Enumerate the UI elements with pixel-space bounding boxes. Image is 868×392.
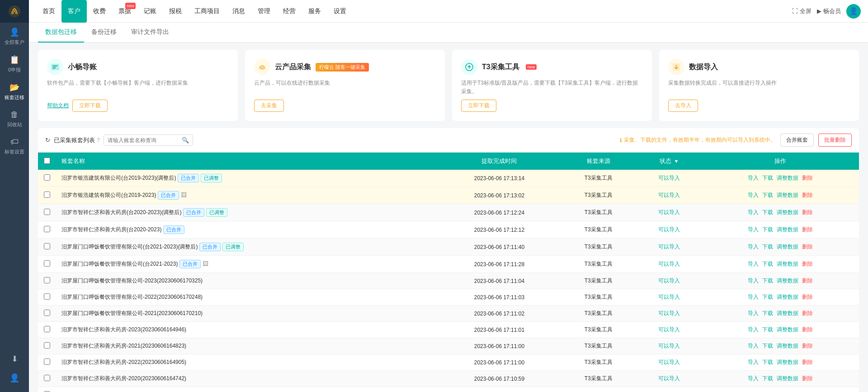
- nav-customer[interactable]: 客户: [61, 0, 87, 23]
- action-删除[interactable]: 删除: [802, 310, 813, 316]
- refresh-icon[interactable]: ↻: [45, 137, 50, 143]
- nav-tax[interactable]: 报税: [163, 0, 188, 23]
- row-checkbox[interactable]: [44, 359, 50, 365]
- nav-ops[interactable]: 经营: [277, 0, 302, 23]
- tab-data-migration[interactable]: 数据包迁移: [38, 23, 84, 43]
- go-import-button[interactable]: 去导入: [668, 100, 698, 112]
- nav-service[interactable]: 服务: [302, 0, 327, 23]
- action-调整数据[interactable]: 调整数据: [777, 359, 798, 365]
- nav-manage[interactable]: 管理: [251, 0, 277, 23]
- tab-backup-migration[interactable]: 备份迁移: [84, 23, 124, 43]
- sidebar-item-tag-settings[interactable]: 🏷 标签设置: [0, 133, 29, 160]
- action-下载[interactable]: 下载: [762, 326, 773, 333]
- nav-biz[interactable]: 工商项目: [188, 0, 226, 23]
- action-导入[interactable]: 导入: [748, 359, 759, 365]
- action-删除[interactable]: 删除: [802, 192, 813, 198]
- t3-download-button[interactable]: 立即下载: [461, 100, 496, 112]
- nav-invoice[interactable]: 票据 new: [112, 0, 137, 23]
- action-导入[interactable]: 导入: [748, 244, 759, 250]
- sidebar-item-all-clients[interactable]: 👤 全部客户: [0, 23, 29, 50]
- action-删除[interactable]: 删除: [802, 326, 813, 333]
- action-调整数据[interactable]: 调整数据: [777, 343, 798, 349]
- action-删除[interactable]: 删除: [802, 175, 813, 181]
- action-调整数据[interactable]: 调整数据: [777, 244, 798, 250]
- action-下载[interactable]: 下载: [762, 261, 773, 267]
- action-删除[interactable]: 删除: [802, 226, 813, 233]
- action-下载[interactable]: 下载: [762, 226, 773, 233]
- action-调整数据[interactable]: 调整数据: [777, 226, 798, 233]
- vip-button[interactable]: ▶ 畅会员: [817, 7, 841, 15]
- action-导入[interactable]: 导入: [748, 326, 759, 333]
- sidebar-item-download[interactable]: ⬇: [0, 349, 29, 368]
- nav-fee[interactable]: 收费: [87, 0, 112, 23]
- row-checkbox[interactable]: [44, 226, 50, 232]
- action-调整数据[interactable]: 调整数据: [777, 175, 798, 181]
- action-调整数据[interactable]: 调整数据: [777, 192, 798, 198]
- action-调整数据[interactable]: 调整数据: [777, 277, 798, 284]
- search-icon[interactable]: 🔍: [182, 137, 189, 143]
- row-checkbox[interactable]: [44, 191, 50, 198]
- go-collect-button[interactable]: 去采集: [254, 100, 284, 112]
- row-checkbox[interactable]: [44, 260, 50, 267]
- row-checkbox[interactable]: [44, 277, 50, 283]
- action-调整数据[interactable]: 调整数据: [777, 326, 798, 333]
- action-调整数据[interactable]: 调整数据: [777, 294, 798, 300]
- help-icon[interactable]: ?: [97, 137, 100, 143]
- sidebar-item-recycle[interactable]: 🗑 回收站: [0, 105, 29, 133]
- action-下载[interactable]: 下载: [762, 375, 773, 382]
- action-导入[interactable]: 导入: [748, 175, 759, 181]
- action-下载[interactable]: 下载: [762, 343, 773, 349]
- action-下载[interactable]: 下载: [762, 192, 773, 198]
- action-调整数据[interactable]: 调整数据: [777, 209, 798, 215]
- action-下载[interactable]: 下载: [762, 244, 773, 250]
- action-导入[interactable]: 导入: [748, 343, 759, 349]
- action-删除[interactable]: 删除: [802, 343, 813, 349]
- action-导入[interactable]: 导入: [748, 277, 759, 284]
- action-导入[interactable]: 导入: [748, 294, 759, 300]
- action-删除[interactable]: 删除: [802, 209, 813, 215]
- action-删除[interactable]: 删除: [802, 375, 813, 382]
- action-导入[interactable]: 导入: [748, 375, 759, 382]
- action-导入[interactable]: 导入: [748, 310, 759, 316]
- action-删除[interactable]: 删除: [802, 261, 813, 267]
- select-all-checkbox[interactable]: [44, 158, 50, 164]
- action-导入[interactable]: 导入: [748, 209, 759, 215]
- action-调整数据[interactable]: 调整数据: [777, 261, 798, 267]
- sidebar-item-account-transfer[interactable]: 📂 账套迁移: [0, 78, 29, 105]
- action-导入[interactable]: 导入: [748, 226, 759, 233]
- action-删除[interactable]: 删除: [802, 244, 813, 250]
- download-now-button[interactable]: 立即下载: [72, 100, 108, 112]
- tab-audit-export[interactable]: 审计文件导出: [124, 23, 176, 43]
- help-doc-link[interactable]: 帮助文档: [47, 102, 69, 110]
- action-下载[interactable]: 下载: [762, 277, 773, 284]
- status-filter-icon[interactable]: ▼: [674, 158, 679, 164]
- action-下载[interactable]: 下载: [762, 175, 773, 181]
- action-下载[interactable]: 下载: [762, 310, 773, 316]
- action-下载[interactable]: 下载: [762, 209, 773, 215]
- row-checkbox[interactable]: [44, 326, 50, 332]
- action-调整数据[interactable]: 调整数据: [777, 310, 798, 316]
- action-导入[interactable]: 导入: [748, 192, 759, 198]
- row-checkbox[interactable]: [44, 209, 50, 215]
- merge-account-button[interactable]: 合并账套: [780, 134, 814, 147]
- nav-settings[interactable]: 设置: [327, 0, 353, 23]
- nav-home[interactable]: 首页: [36, 0, 61, 23]
- action-下载[interactable]: 下载: [762, 359, 773, 365]
- action-删除[interactable]: 删除: [802, 294, 813, 300]
- action-删除[interactable]: 删除: [802, 277, 813, 284]
- row-checkbox[interactable]: [44, 243, 50, 249]
- search-input[interactable]: [108, 137, 180, 143]
- row-checkbox[interactable]: [44, 375, 50, 381]
- row-checkbox[interactable]: [44, 174, 50, 181]
- nav-account[interactable]: 记账: [137, 0, 163, 23]
- row-checkbox[interactable]: [44, 293, 50, 300]
- avatar[interactable]: 👤: [846, 4, 861, 19]
- batch-delete-button[interactable]: 批量删除: [818, 134, 852, 147]
- row-checkbox[interactable]: [44, 310, 50, 316]
- action-调整数据[interactable]: 调整数据: [777, 375, 798, 382]
- sidebar-item-zero-report[interactable]: 📋 0申报: [0, 50, 29, 78]
- fullscreen-button[interactable]: ⛶ 全屏: [792, 7, 811, 15]
- nav-msg[interactable]: 消息: [226, 0, 251, 23]
- row-checkbox[interactable]: [44, 342, 50, 349]
- action-导入[interactable]: 导入: [748, 261, 759, 267]
